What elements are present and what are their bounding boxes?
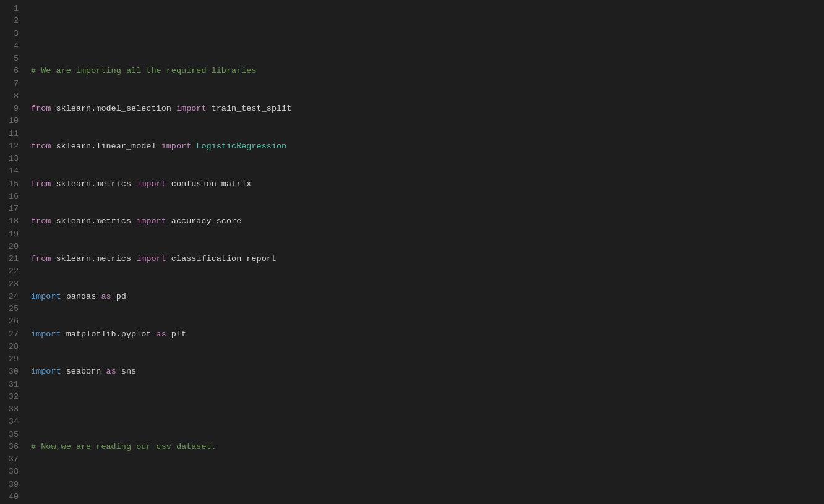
line-numbers: 1 2 3 4 5 6 7 8 9 10 11 12 13 14 15 16 1… <box>0 2 24 502</box>
line-12: # Now,we are reading our csv dataset. <box>31 441 817 453</box>
line-13 <box>31 479 817 491</box>
line-3: from sklearn.model_selection import trai… <box>31 103 817 115</box>
line-1 <box>31 28 817 40</box>
line-10: import seaborn as sns <box>31 365 817 378</box>
line-11 <box>31 403 817 416</box>
code-editor: 1 2 3 4 5 6 7 8 9 10 11 12 13 14 15 16 1… <box>0 0 824 504</box>
line-2: # We are importing all the required libr… <box>31 65 817 77</box>
line-4: from sklearn.linear_model import Logisti… <box>31 140 817 153</box>
line-8: import pandas as pd <box>31 291 817 303</box>
line-7: from sklearn.metrics import classificati… <box>31 253 817 265</box>
line-5: from sklearn.metrics import confusion_ma… <box>31 178 817 190</box>
code-lines[interactable]: # We are importing all the required libr… <box>24 2 824 502</box>
line-6: from sklearn.metrics import accuracy_sco… <box>31 215 817 228</box>
line-9: import matplotlib.pyplot as plt <box>31 328 817 341</box>
